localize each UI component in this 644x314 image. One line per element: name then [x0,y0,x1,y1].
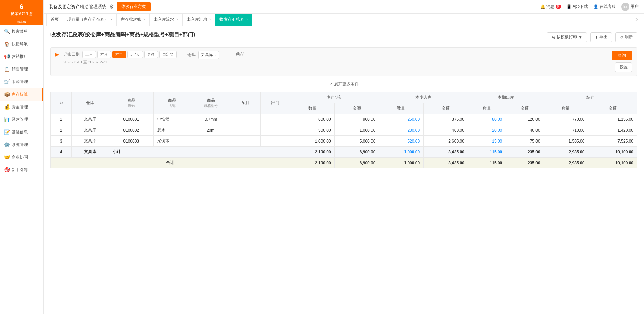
sidebar-item-marketing[interactable]: 📢 营销推广 [0,50,43,63]
subtotal-num: 4 [51,147,72,158]
row-open-amt: 5,000.00 [334,136,379,147]
phone-icon: 📱 [566,4,572,9]
header-left: 装备及固定资产辅助管理系统 ⚙ 体验行业方案 [49,2,151,11]
row-out-amt: 120.00 [506,114,544,125]
tab-recv-send-close[interactable]: × [246,18,248,21]
logo-icon: 6 [3,3,40,11]
sidebar-item-basic-info[interactable]: 📝 基础信息 [0,126,43,138]
app-download-btn[interactable]: 📱 App下载 [566,4,588,10]
date-btn-last-month[interactable]: 上月 [82,51,96,58]
sidebar-item-purchase[interactable]: 🛒 采购管理 [0,76,43,88]
sidebar-label-quick-nav: 快捷导航 [12,41,28,47]
tabs-close-all-btn[interactable]: × [633,17,641,23]
tab-in-out-summary-close[interactable]: × [209,18,211,21]
sidebar-item-system[interactable]: ⚙️ 系统管理 [0,138,43,151]
tabs-bar: 首页 现存量（库存分布表） × 库存批次账 × 出入库流水 × 出入库汇总 × … [44,14,644,26]
warehouse-tag: 文具库 × [198,51,219,59]
tab-batch-close[interactable]: × [143,18,145,21]
tab-home[interactable]: 首页 [46,14,63,26]
tab-batch-label: 库存批次账 [121,17,141,22]
total-open-amt: 6,900.00 [334,158,379,168]
filter-section: 记账日期 上月 本月 本年 近7天 更多 自定义 2023-01-01 至 20… [63,51,177,65]
subtotal-row: 4 文具库 小计 2,100.00 6,900.00 1,000.00 3,43… [51,147,637,158]
tab-stock-dist-close[interactable]: × [110,18,112,21]
subtotal-out-qty[interactable]: 115.00 [468,147,506,158]
date-btn-more[interactable]: 更多 [144,51,158,58]
row-warehouse: 文具库 [71,136,109,147]
sidebar-label-search: 搜索菜单 [12,29,28,34]
th-project: 项目 [231,92,261,114]
row-in-qty[interactable]: 520.00 [379,136,424,147]
total-in-qty: 1,000.00 [379,158,424,168]
logo-area: 6 畅库通好生意 [0,0,43,19]
tab-in-out-summary[interactable]: 出入库汇总 × [183,14,216,26]
user-area[interactable]: Ea 用户 [621,3,639,11]
export-label: 导出 [599,34,608,40]
data-table: ⚙ 仓库 商品 编码 商品 名称 商品 规格型号 [50,92,637,168]
query-button[interactable]: 查询 [612,51,632,60]
online-service-label: 在线客服 [599,4,616,10]
table-row: 3 文具库 0100003 采访本 1,000.00 5,000.00 520.… [51,136,637,147]
expand-conditions-btn[interactable]: ✓ 展开更多条件 [50,80,637,88]
th-bal-amt: 金额 [588,103,637,114]
row-in-qty[interactable]: 250.00 [379,114,424,125]
row-spec: 20ml [191,125,231,136]
tab-in-out-summary-label: 出入库汇总 [187,17,207,22]
expand-label: 展开更多条件 [334,81,359,87]
sidebar-item-inventory[interactable]: 📦 库存核算 [0,88,43,101]
set-button[interactable]: 设置 [615,62,632,72]
date-btn-custom[interactable]: 自定义 [159,51,177,58]
sidebar: 6 畅库通好生意 标准版 🔍 搜索菜单 🏠 快捷导航 📢 营销推广 📋 销售管理… [0,0,44,314]
date-btn-this-month[interactable]: 本月 [97,51,111,58]
sidebar-label-enterprise: 企业协同 [12,154,28,160]
refresh-button[interactable]: ↻ 刷新 [615,32,637,42]
export-button[interactable]: ⬇ 导出 [590,32,612,42]
goods-filter: 商品 ... [236,51,250,57]
row-warehouse: 文具库 [71,125,109,136]
online-service-btn[interactable]: 👤 在线客服 [593,4,616,10]
row-out-qty[interactable]: 80.00 [468,114,506,125]
th-out-amt: 金额 [506,103,544,114]
row-in-amt: 375.00 [424,114,468,125]
settings-icon[interactable]: ⚙ [109,3,114,10]
th-spec-sub: 规格型号 [195,103,228,108]
basic-info-icon: 📝 [4,129,10,135]
inventory-icon: 📦 [4,92,10,97]
search-icon: 🔍 [4,29,10,34]
message-btn[interactable]: 🔔 消息 6 [540,4,561,10]
sidebar-item-operations[interactable]: 📊 经营管理 [0,113,43,126]
tab-stock-dist[interactable]: 现存量（库存分布表） × [63,14,117,26]
th-settings[interactable]: ⚙ [51,92,72,114]
subtotal-in-qty[interactable]: 1,000.00 [379,147,424,158]
total-out-qty: 115.00 [468,158,506,168]
tab-in-out-flow-close[interactable]: × [176,18,178,21]
print-button[interactable]: 🖨 按模板打印 ▼ [547,32,587,42]
date-btn-7days[interactable]: 近7天 [127,51,143,58]
warehouse-tag-remove[interactable]: × [214,53,216,57]
row-out-qty[interactable]: 15.00 [468,136,506,147]
sidebar-label-inventory: 库存核算 [12,92,28,97]
trial-button[interactable]: 体验行业方案 [117,2,151,11]
row-bal-amt: 1,420.00 [588,125,637,136]
sidebar-label-system: 系统管理 [12,142,28,148]
tab-recv-send[interactable]: 收发存汇总表 × [215,14,252,26]
sidebar-item-quick-nav[interactable]: 🏠 快捷导航 [0,38,43,50]
date-btn-this-year[interactable]: 本年 [112,51,126,58]
goods-more-btn[interactable]: ... [247,52,250,56]
warehouse-more-btn[interactable]: ... [222,53,225,57]
row-name: 中性笔 [153,114,191,125]
sidebar-item-enterprise[interactable]: 🤝 企业协同 [0,151,43,164]
printer-icon: 🖨 [551,35,555,40]
row-out-qty[interactable]: 20.00 [468,125,506,136]
tab-batch[interactable]: 库存批次账 × [117,14,150,26]
sidebar-item-guide[interactable]: 🎯 新手引导 [0,164,43,176]
tab-in-out-flow[interactable]: 出入库流水 × [150,14,183,26]
date-filter-buttons: 上月 本月 本年 近7天 更多 自定义 [82,51,177,58]
th-group-out: 本期出库 [468,92,544,103]
sidebar-item-finance[interactable]: 💰 资金管理 [0,101,43,113]
filter-toggle-arrow[interactable]: ▶ [55,52,59,57]
row-in-qty[interactable]: 230.00 [379,125,424,136]
sidebar-item-search[interactable]: 🔍 搜索菜单 [0,25,43,38]
sidebar-item-sales[interactable]: 📋 销售管理 [0,63,43,76]
row-bal-amt: 1,155.00 [588,114,637,125]
